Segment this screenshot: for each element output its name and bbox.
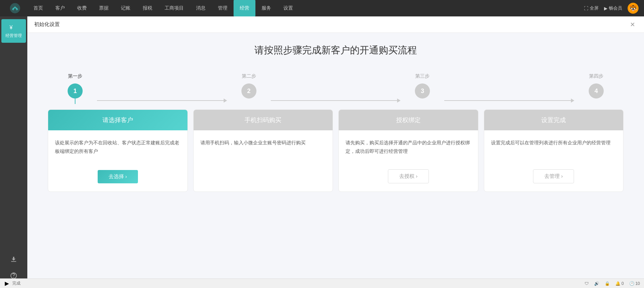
- play-button[interactable]: ▶: [4, 281, 10, 286]
- card-4-header: 设置完成: [484, 110, 624, 130]
- nav-item-commerce[interactable]: 工商项目: [158, 0, 190, 16]
- sidebar-item-operation[interactable]: ¥ 经营管理: [1, 19, 26, 43]
- fullscreen-btn[interactable]: ⛶ 全屏: [584, 5, 599, 11]
- nav-item-home[interactable]: 首页: [27, 0, 49, 16]
- nav-item-service[interactable]: 服务: [255, 0, 277, 16]
- top-navigation: 首页 客户 收费 票据 记账 报税 工商项目 消息 管理 经营 服务 设置 ⛶ …: [0, 0, 644, 16]
- svg-point-0: [10, 3, 20, 13]
- nav-item-operation[interactable]: 经营: [234, 0, 255, 16]
- card-3-header: 授权绑定: [339, 110, 478, 130]
- status-right: 🛡 🔊 🔒 🔔 0 🕐 10: [585, 281, 640, 286]
- nav-item-bookkeep[interactable]: 记账: [115, 0, 137, 16]
- step-2: 第二步 2: [228, 73, 269, 99]
- fullscreen-icon: ⛶: [584, 6, 588, 11]
- connector-1-2: [96, 99, 228, 103]
- step-3-label: 第三步: [415, 73, 430, 79]
- step-1-label: 第一步: [68, 73, 82, 79]
- nav-item-fee[interactable]: 收费: [71, 0, 93, 16]
- card-3-footer: 去授权 ›: [339, 164, 478, 192]
- line-1-2: [97, 100, 224, 101]
- download-btn[interactable]: [7, 252, 20, 266]
- wizard-title: 请按照步骤完成新客户的开通购买流程: [48, 44, 624, 57]
- notification-count: 0: [621, 281, 624, 286]
- user-avatar[interactable]: 🐯: [628, 3, 639, 14]
- step-3: 第三步 3: [402, 73, 443, 99]
- notification-icon: 🔔: [615, 281, 620, 286]
- step-1: 第一步 1: [55, 73, 96, 104]
- connector-3-4: [443, 99, 576, 103]
- line-2-3: [271, 100, 397, 101]
- time-value: 10: [635, 281, 640, 286]
- wizard-area: 请按照步骤完成新客户的开通购买流程 第一步 1 第二步 2: [27, 33, 644, 203]
- app-logo[interactable]: [5, 3, 25, 14]
- step-2-label: 第二步: [242, 73, 256, 79]
- sidebar-item-label: 经营管理: [5, 33, 22, 39]
- sidebar: ¥ 经营管理: [0, 16, 27, 288]
- step-1-circle: 1: [68, 83, 83, 99]
- main-content: 初始化设置 ✕ 请按照步骤完成新客户的开通购买流程 第一步 1 第二步: [27, 16, 644, 278]
- card-3-body: 请先购买，购买后选择开通的产品中的企业用户进行授权绑定，成功后即可进行经营管理: [339, 130, 478, 164]
- card-4-body: 设置完成后可以在管理列表进行所有企业用户的经营管理: [484, 130, 624, 164]
- lock-icon: 🔒: [605, 281, 610, 286]
- close-button[interactable]: ✕: [628, 20, 637, 29]
- card-2-body: 请用手机扫码，输入小微企业主账号密码进行购买: [194, 130, 333, 178]
- steps-container: 第一步 1 第二步 2 第三步: [48, 73, 624, 104]
- arrow-3-4: [571, 99, 574, 103]
- nav-item-message[interactable]: 消息: [190, 0, 212, 16]
- card-3: 授权绑定 请先购买，购买后选择开通的产品中的企业用户进行授权绑定，成功后即可进行…: [338, 109, 478, 192]
- time-status: 🕐 10: [629, 281, 640, 286]
- page-title: 初始化设置: [34, 21, 60, 28]
- card-4-footer: 去管理 ›: [484, 164, 624, 192]
- step-4: 第四步 4: [576, 73, 617, 99]
- step-1-tail: [75, 99, 75, 104]
- volume-icon: 🔊: [594, 281, 599, 286]
- vip-icon: ▶: [604, 6, 607, 11]
- nav-right-area: ⛶ 全屏 ▶ 畅会员 🐯: [584, 3, 639, 14]
- step-1-pin: 1: [68, 83, 83, 104]
- card-1-header: 请选择客户: [48, 110, 187, 130]
- nav-item-tax[interactable]: 报税: [137, 0, 158, 16]
- svg-text:¥: ¥: [10, 25, 13, 30]
- step-3-circle: 3: [415, 83, 430, 99]
- nav-item-customer[interactable]: 客户: [49, 0, 71, 16]
- notification-status: 🔔 0: [615, 281, 624, 286]
- go-authorize-button[interactable]: 去授权 ›: [388, 169, 429, 183]
- arrow-1-2: [224, 99, 227, 103]
- nav-items-list: 首页 客户 收费 票据 记账 报税 工商项目 消息 管理 经营 服务 设置: [27, 0, 584, 16]
- nav-item-settings[interactable]: 设置: [277, 0, 299, 16]
- step-4-circle: 4: [589, 83, 604, 99]
- nav-item-manage[interactable]: 管理: [212, 0, 234, 16]
- connector-2-3: [269, 99, 402, 103]
- card-2-footer: [194, 178, 333, 192]
- arrow-2-3: [397, 99, 401, 103]
- lock-status: 🔒: [605, 281, 610, 286]
- status-text: 完成: [12, 280, 20, 286]
- content-header: 初始化设置 ✕: [27, 16, 644, 33]
- card-1: 请选择客户 该处展示的客户为不在回收站、客户状态正常建账后完成老板端绑定的所有客…: [48, 109, 188, 192]
- step-2-circle: 2: [241, 83, 256, 99]
- vip-btn[interactable]: ▶ 畅会员: [604, 5, 622, 11]
- nav-item-bill[interactable]: 票据: [93, 0, 115, 16]
- card-2-header: 手机扫码购买: [194, 110, 333, 130]
- time-icon: 🕐: [629, 281, 634, 286]
- go-manage-button[interactable]: 去管理 ›: [533, 169, 574, 183]
- status-bar: ▶ 完成 🛡 🔊 🔒 🔔 0 🕐 10: [0, 278, 644, 288]
- card-1-footer: 去选择 ›: [48, 165, 187, 192]
- svg-rect-2: [11, 261, 16, 262]
- card-2: 手机扫码购买 请用手机扫码，输入小微企业主账号密码进行购买: [193, 109, 333, 192]
- cards-row: 请选择客户 该处展示的客户为不在回收站、客户状态正常建账后完成老板端绑定的所有客…: [48, 109, 624, 192]
- line-3-4: [444, 100, 571, 101]
- card-1-body: 该处展示的客户为不在回收站、客户状态正常建账后完成老板端绑定的所有客户: [48, 130, 187, 165]
- volume-status: 🔊: [594, 281, 599, 286]
- shield-icon: 🛡: [585, 281, 589, 286]
- card-4: 设置完成 设置完成后可以在管理列表进行所有企业用户的经营管理 去管理 ›: [484, 109, 624, 192]
- shield-status: 🛡: [585, 281, 589, 286]
- go-select-button[interactable]: 去选择 ›: [98, 170, 138, 183]
- step-4-label: 第四步: [589, 73, 603, 79]
